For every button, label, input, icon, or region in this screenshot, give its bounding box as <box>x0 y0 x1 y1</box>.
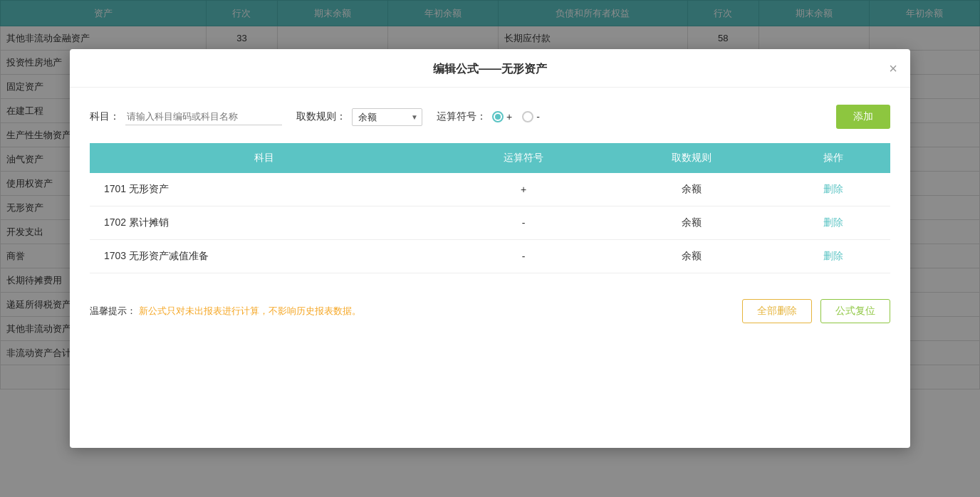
cell-action-1: 删除 <box>776 173 890 206</box>
footer-hint: 温馨提示： 新公式只对未出报表进行计算，不影响历史报表数据。 <box>90 305 361 318</box>
delete-link-1[interactable]: 删除 <box>823 183 843 194</box>
rule-label: 取数规则： <box>296 110 346 123</box>
rule-select-wrap: 余额 借方发生额 贷方发生额 ▼ <box>352 108 422 126</box>
cell-subject-2: 1702 累计摊销 <box>90 206 439 240</box>
operator-label: 运算符号： <box>437 110 486 123</box>
cell-rule-3: 余额 <box>608 240 776 273</box>
radio-plus-circle <box>492 111 504 122</box>
table-header-row: 科目 运算符号 取数规则 操作 <box>90 143 890 173</box>
radio-minus[interactable]: - <box>522 111 540 122</box>
radio-plus-label: + <box>506 111 512 122</box>
formula-table: 科目 运算符号 取数规则 操作 1701 无形资产 + 余额 删除 1702 累… <box>90 143 890 273</box>
delete-link-2[interactable]: 删除 <box>823 216 843 228</box>
subject-input[interactable] <box>125 108 282 125</box>
radio-plus[interactable]: + <box>492 111 512 122</box>
rule-group: 取数规则： 余额 借方发生额 贷方发生额 ▼ <box>296 108 422 126</box>
cell-subject-3: 1703 无形资产减值准备 <box>90 240 439 273</box>
cell-subject-1: 1701 无形资产 <box>90 173 439 206</box>
th-operator: 运算符号 <box>439 143 608 173</box>
th-action: 操作 <box>776 143 890 173</box>
modal-header: 编辑公式——无形资产 × <box>70 49 910 88</box>
delete-all-button[interactable]: 全部删除 <box>742 299 812 323</box>
th-subject: 科目 <box>90 143 439 173</box>
modal-overlay: 编辑公式——无形资产 × 科目： 取数规则： 余额 借方发生额 贷方发生额 <box>0 0 980 497</box>
table-row: 1702 累计摊销 - 余额 删除 <box>90 206 890 240</box>
table-row: 1701 无形资产 + 余额 删除 <box>90 173 890 206</box>
cell-operator-3: - <box>439 240 608 273</box>
edit-formula-modal: 编辑公式——无形资产 × 科目： 取数规则： 余额 借方发生额 贷方发生额 <box>70 49 910 448</box>
modal-title: 编辑公式——无形资产 <box>433 63 547 75</box>
radio-minus-label: - <box>536 111 540 122</box>
cell-action-2: 删除 <box>776 206 890 240</box>
rule-select[interactable]: 余额 借方发生额 贷方发生额 <box>352 108 422 126</box>
operator-group: 运算符号： + - <box>437 110 540 123</box>
modal-footer: 温馨提示： 新公式只对未出报表进行计算，不影响历史报表数据。 全部删除 公式复位 <box>70 288 910 338</box>
radio-minus-circle <box>522 111 533 122</box>
subject-group: 科目： <box>90 108 282 125</box>
subject-label: 科目： <box>90 110 120 123</box>
cell-action-3: 删除 <box>776 240 890 273</box>
radio-group: + - <box>492 111 540 122</box>
cell-operator-1: + <box>439 173 608 206</box>
delete-link-3[interactable]: 删除 <box>823 250 843 261</box>
th-rule: 取数规则 <box>608 143 776 173</box>
reset-formula-button[interactable]: 公式复位 <box>820 299 890 323</box>
form-row: 科目： 取数规则： 余额 借方发生额 贷方发生额 ▼ 运算 <box>90 105 890 129</box>
hint-prefix: 温馨提示： <box>90 305 136 316</box>
footer-buttons: 全部删除 公式复位 <box>742 299 890 323</box>
table-row: 1703 无形资产减值准备 - 余额 删除 <box>90 240 890 273</box>
cell-rule-2: 余额 <box>608 206 776 240</box>
cell-rule-1: 余额 <box>608 173 776 206</box>
modal-close-button[interactable]: × <box>889 61 897 75</box>
modal-body: 科目： 取数规则： 余额 借方发生额 贷方发生额 ▼ 运算 <box>70 88 910 288</box>
cell-operator-2: - <box>439 206 608 240</box>
add-button[interactable]: 添加 <box>836 105 890 129</box>
